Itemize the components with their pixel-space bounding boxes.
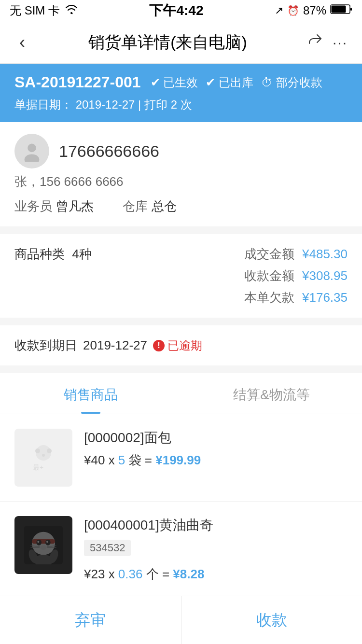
- qty-1: 5: [118, 453, 125, 467]
- tab-settlement-label: 结算&物流等: [233, 387, 310, 402]
- svg-point-8: [47, 448, 52, 453]
- received-value: ¥308.95: [302, 268, 348, 283]
- nav-bar: ‹ 销货单详情(来自电脑) ···: [0, 21, 362, 64]
- content: SA-20191227-001 ✔ 已生效 ✔ 已出库 ⏱ 部分收款 单据日期：…: [0, 64, 362, 644]
- tab-settlement[interactable]: 结算&物流等: [181, 373, 362, 414]
- due-date-value: 2019-12-27: [83, 338, 147, 353]
- product-image-1: 最+: [14, 429, 72, 487]
- svg-point-7: [35, 448, 40, 453]
- due-section: 收款到期日 2019-12-27 ! 已逾期: [0, 325, 362, 365]
- received-row: 收款金额 ¥308.95: [244, 267, 348, 284]
- stats-left: 商品种类 4种: [14, 246, 92, 263]
- stats-right: 成交金额 ¥485.30 收款金额 ¥308.95 本单欠款 ¥176.35: [244, 246, 348, 306]
- svg-point-9: [42, 454, 45, 457]
- status-bar: 无 SIM 卡 下午4:42 ↗ ⏰ 87%: [0, 0, 362, 21]
- product-name-1: [0000002]面包: [84, 429, 348, 447]
- price-1: ¥40: [84, 453, 105, 467]
- total-1: ¥199.99: [155, 453, 201, 467]
- location-icon: ↗: [275, 4, 283, 17]
- debt-label: 本单欠款: [244, 289, 294, 306]
- order-header: SA-20191227-001 ✔ 已生效 ✔ 已出库 ⏱ 部分收款 单据日期：…: [0, 64, 362, 122]
- kind-label: 商品种类: [14, 247, 65, 261]
- product-sku-2: 534532: [84, 540, 131, 556]
- carrier-label: 无 SIM 卡: [10, 3, 60, 18]
- debt-value: ¥176.35: [302, 290, 348, 305]
- kind-value: 4种: [72, 247, 91, 261]
- print-info: | 打印 2 次: [138, 98, 192, 111]
- status-shipped: ✔ 已出库: [206, 75, 253, 90]
- order-date-row: 单据日期： 2019-12-27 | 打印 2 次: [14, 97, 348, 112]
- tab-sales-label: 销售商品: [64, 387, 118, 402]
- product-info-1: [0000002]面包 ¥40 x 5 袋 = ¥199.99: [84, 429, 348, 469]
- page-title: 销货单详情(来自电脑): [88, 31, 247, 54]
- product-info-2: [000400001]黄油曲奇 534532 ¥23 x 0.36 个 = ¥8…: [84, 516, 348, 583]
- reject-label: 弃审: [75, 610, 106, 631]
- tab-sales-products[interactable]: 销售商品: [0, 373, 181, 414]
- total-2: ¥8.28: [173, 567, 204, 581]
- svg-point-4: [28, 144, 36, 153]
- svg-rect-13: [32, 539, 55, 544]
- customer-meta: 业务员 曾凡杰 仓库 总仓: [14, 198, 348, 215]
- customer-avatar: [14, 134, 49, 168]
- warehouse-label: 仓库: [123, 198, 148, 215]
- unit-1: 袋: [129, 453, 141, 467]
- battery-icon: [330, 3, 352, 18]
- product-image-2: [14, 516, 72, 574]
- order-id: SA-20191227-001: [14, 73, 141, 91]
- share-icon[interactable]: [306, 32, 323, 53]
- products-section: 最+ [0000002]面包 ¥40 x 5 袋 = ¥199.99: [0, 414, 362, 598]
- status-right: ↗ ⏰ 87%: [275, 3, 352, 18]
- salesperson-item: 业务员 曾凡杰: [14, 198, 94, 215]
- product-name-2: [000400001]黄油曲奇: [84, 516, 348, 534]
- battery-label: 87%: [303, 4, 326, 17]
- svg-point-16: [37, 541, 39, 543]
- svg-point-0: [70, 12, 72, 14]
- warehouse-item: 仓库 总仓: [123, 198, 177, 215]
- product-price-1: ¥40 x 5 袋 = ¥199.99: [84, 452, 348, 469]
- customer-top: 17666666666: [14, 134, 348, 168]
- customer-name: 17666666666: [59, 142, 159, 161]
- svg-point-5: [25, 154, 40, 162]
- date-label: 单据日期：: [14, 98, 72, 111]
- amount-row: 成交金额 ¥485.30: [244, 246, 348, 263]
- tabs-section: 销售商品 结算&物流等: [0, 373, 362, 414]
- price-2: ¥23: [84, 567, 105, 581]
- product-kind: 商品种类 4种: [14, 246, 92, 263]
- alarm-icon: ⏰: [287, 5, 299, 16]
- bottom-bar: 弃审 收款: [0, 596, 362, 644]
- svg-rect-2: [331, 6, 346, 13]
- product-item-2: [000400001]黄油曲奇 534532 ¥23 x 0.36 个 = ¥8…: [0, 502, 362, 598]
- order-date: 2019-12-27: [76, 98, 135, 111]
- stats-section: 商品种类 4种 成交金额 ¥485.30 收款金额 ¥308.95 本单欠款 ¥…: [0, 234, 362, 318]
- warehouse-value: 总仓: [152, 198, 177, 215]
- received-label: 收款金额: [244, 267, 294, 284]
- customer-section: 17666666666 张，156 6666 6666 业务员 曾凡杰 仓库 总…: [0, 122, 362, 226]
- reject-button[interactable]: 弃审: [0, 596, 181, 644]
- qty-2: 0.36: [118, 567, 143, 581]
- status-partial: ⏱ 部分收款: [261, 75, 322, 90]
- due-label: 收款到期日: [14, 337, 77, 354]
- status-left: 无 SIM 卡: [10, 3, 78, 18]
- overdue-text: 已逾期: [167, 338, 202, 353]
- amount-label: 成交金额: [244, 246, 294, 263]
- svg-rect-3: [350, 8, 352, 11]
- overdue-badge: ! 已逾期: [153, 338, 202, 353]
- collect-button[interactable]: 收款: [181, 596, 362, 644]
- status-time: 下午4:42: [149, 1, 203, 20]
- salesperson-value: 曾凡杰: [56, 198, 94, 215]
- back-button[interactable]: ‹: [14, 28, 30, 57]
- unit-2: 个: [146, 567, 159, 581]
- svg-point-17: [46, 541, 48, 543]
- more-icon[interactable]: ···: [333, 34, 348, 51]
- svg-text:最+: 最+: [33, 463, 43, 471]
- status-effective: ✔ 已生效: [151, 75, 198, 90]
- status-tags: ✔ 已生效 ✔ 已出库 ⏱ 部分收款: [151, 75, 322, 90]
- svg-point-18: [40, 546, 46, 550]
- amount-value: ¥485.30: [302, 247, 348, 262]
- product-price-2: ¥23 x 0.36 个 = ¥8.28: [84, 566, 348, 583]
- overdue-icon: !: [153, 340, 165, 351]
- nav-actions: ···: [306, 32, 348, 53]
- wifi-icon: [65, 4, 78, 17]
- customer-sub-info: 张，156 6666 6666: [14, 173, 348, 190]
- collect-label: 收款: [256, 610, 287, 631]
